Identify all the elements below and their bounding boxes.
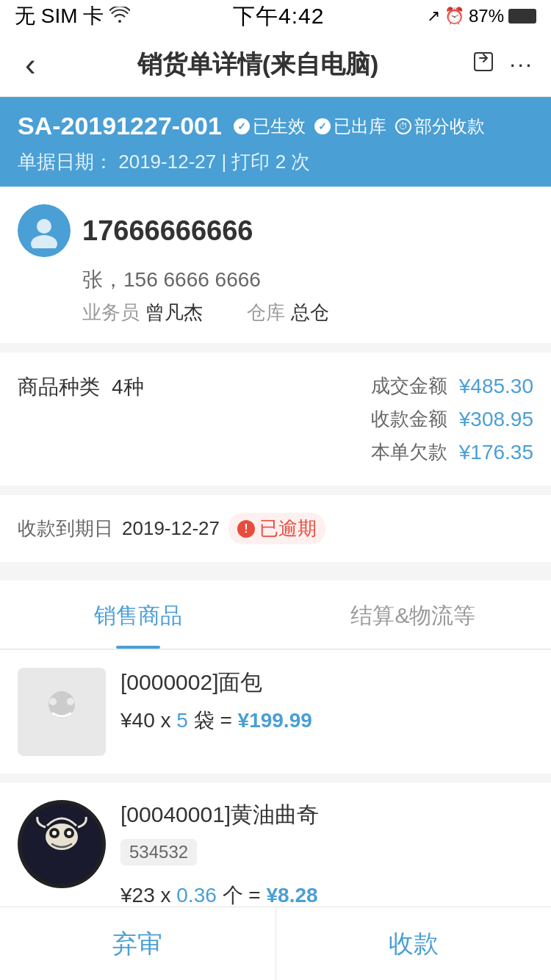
- tab-settlement[interactable]: 结算&物流等: [276, 580, 551, 649]
- due-section: 收款到期日 2019-12-27 ! 已逾期: [0, 495, 551, 562]
- product-item-2: [00040001]黄油曲奇 534532 ¥23 x 0.36 个 = ¥8.…: [0, 782, 551, 927]
- order-date: 2019-12-27: [118, 151, 216, 173]
- date-label: 单据日期：: [18, 151, 113, 173]
- status-time: 下午4:42: [233, 1, 324, 32]
- collect-payment-label: 收款: [389, 927, 439, 961]
- tab-settlement-label: 结算&物流等: [350, 603, 475, 627]
- received-row: 收款金额 ¥308.95: [371, 406, 533, 432]
- product-info-2: [00040001]黄油曲奇 534532 ¥23 x 0.36 个 = ¥8.…: [120, 800, 533, 909]
- divider-3: [0, 563, 551, 572]
- alarm-icon: ⏰: [444, 7, 464, 26]
- svg-point-1: [37, 219, 51, 234]
- warehouse-label: 仓库: [247, 300, 285, 325]
- status-badge-effective: ✓ 已生效: [234, 115, 306, 138]
- carrier-text: 无 SIM 卡: [15, 2, 104, 30]
- stats-left: 商品种类 4种: [18, 373, 144, 401]
- check-icon-1: ✓: [234, 118, 250, 134]
- tabs-section: 销售商品 结算&物流等: [0, 580, 551, 649]
- sales-label: 业务员: [82, 300, 140, 325]
- customer-section: 17666666666 张，156 6666 6666 业务员 曾凡杰 仓库 总…: [0, 187, 551, 343]
- overdue-text: 已逾期: [259, 516, 317, 541]
- status-badge-partial: ⏱ 部分收款: [395, 115, 485, 138]
- price-unit-1: 袋: [194, 709, 215, 732]
- customer-avatar: [18, 204, 71, 257]
- print-suffix: 次: [291, 151, 310, 173]
- customer-name: 张，156 6666 6666: [82, 266, 533, 294]
- check-icon-2: ✓: [314, 118, 331, 134]
- share-icon[interactable]: [472, 51, 494, 78]
- customer-info-row: 业务员 曾凡杰 仓库 总仓: [82, 300, 533, 325]
- product-name-1: [0000002]面包: [120, 668, 533, 698]
- debt-label: 本单欠款: [371, 439, 447, 465]
- status-effective-label: 已生效: [253, 115, 306, 138]
- status-badges: ✓ 已生效 ✓ 已出库 ⏱ 部分收款: [234, 115, 485, 138]
- svg-point-5: [67, 698, 74, 705]
- received-amount: ¥308.95: [459, 408, 533, 431]
- sales-name: 曾凡杰: [145, 300, 203, 325]
- customer-phone: 17666666666: [82, 215, 253, 247]
- debt-row: 本单欠款 ¥176.35: [371, 439, 533, 465]
- back-button[interactable]: ‹: [18, 39, 43, 90]
- debt-amount: ¥176.35: [459, 441, 533, 464]
- print-count: 2: [276, 151, 286, 173]
- deal-row: 成交金额 ¥485.30: [371, 373, 533, 399]
- svg-point-4: [49, 698, 57, 705]
- stats-right: 成交金额 ¥485.30 收款金额 ¥308.95 本单欠款 ¥176.35: [371, 373, 533, 465]
- price-qty-1: 5: [176, 709, 188, 732]
- price-multiply-2: x: [161, 884, 177, 907]
- order-id: SA-20191227-001: [18, 112, 222, 140]
- product-price-1: ¥40 x 5 袋 = ¥199.99: [120, 707, 533, 735]
- print-separator: | 打印: [221, 151, 270, 173]
- category-label: 商品种类: [18, 373, 100, 401]
- price-value-2: ¥23: [120, 884, 155, 907]
- due-label: 收款到期日: [18, 516, 113, 541]
- sales-info: 业务员 曾凡杰: [82, 300, 203, 325]
- status-left: 无 SIM 卡: [15, 2, 130, 30]
- deal-amount: ¥485.30: [459, 375, 533, 398]
- clock-icon: ⏱: [395, 118, 411, 134]
- status-bar: 无 SIM 卡 下午4:42 ↗ ⏰ 87%: [0, 0, 551, 32]
- tab-sales-products[interactable]: 销售商品: [0, 580, 276, 649]
- received-label: 收款金额: [371, 406, 447, 432]
- product-code-2: [00040001]: [120, 802, 231, 826]
- banner-date-row: 单据日期： 2019-12-27 | 打印 2 次: [18, 149, 533, 175]
- collect-payment-button[interactable]: 收款: [276, 907, 552, 980]
- tab-sales-label: 销售商品: [94, 603, 182, 627]
- status-shipped-label: 已出库: [334, 115, 386, 138]
- nav-bar: ‹ 销货单详情(来自电脑) ···: [0, 32, 551, 97]
- bottom-bar: 弃审 收款: [0, 907, 551, 980]
- banner-top: SA-20191227-001 ✓ 已生效 ✓ 已出库 ⏱ 部分收款: [18, 112, 533, 140]
- product-price-2: ¥23 x 0.36 个 = ¥8.28: [120, 882, 533, 909]
- svg-point-10: [52, 831, 57, 835]
- header-banner: SA-20191227-001 ✓ 已生效 ✓ 已出库 ⏱ 部分收款 单据日期：…: [0, 97, 551, 187]
- price-multiply-1: x: [161, 709, 177, 732]
- product-thumb-2: [18, 800, 106, 888]
- reject-review-button[interactable]: 弃审: [0, 907, 276, 980]
- more-icon[interactable]: ···: [509, 51, 533, 78]
- battery-percent: 87%: [469, 6, 504, 26]
- divider-1: [0, 344, 551, 353]
- product-sku-2: 534532: [120, 839, 197, 865]
- price-total-2: ¥8.28: [266, 884, 317, 907]
- overdue-icon: !: [237, 520, 255, 538]
- svg-point-7: [46, 824, 78, 850]
- price-equals-2: =: [248, 884, 266, 907]
- product-name-2: [00040001]黄油曲奇: [120, 800, 533, 830]
- stats-section: 商品种类 4种 成交金额 ¥485.30 收款金额 ¥308.95 本单欠款 ¥…: [0, 353, 551, 486]
- tabs-row: 销售商品 结算&物流等: [0, 580, 551, 649]
- due-date: 2019-12-27: [122, 517, 220, 540]
- price-total-1: ¥199.99: [238, 709, 312, 732]
- price-equals-1: =: [220, 709, 237, 732]
- battery-icon: [508, 9, 536, 24]
- price-qty-2: 0.36: [176, 884, 217, 907]
- status-badge-shipped: ✓ 已出库: [314, 115, 386, 138]
- status-partial-label: 部分收款: [414, 115, 485, 138]
- wifi-icon: [109, 4, 130, 28]
- status-right: ↗ ⏰ 87%: [427, 6, 536, 26]
- deal-label: 成交金额: [371, 373, 447, 399]
- product-thumb-1: [18, 668, 106, 756]
- nav-actions: ···: [472, 51, 533, 78]
- warehouse-info: 仓库 总仓: [247, 300, 329, 325]
- price-unit-2: 个: [223, 884, 243, 907]
- warehouse-name: 总仓: [291, 300, 329, 325]
